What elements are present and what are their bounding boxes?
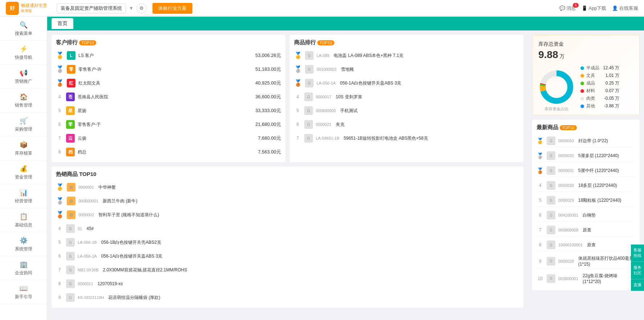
product-code: LA-59651-1B [316, 136, 339, 140]
hot-products-card: 热销商品 TOP10 🥇 🖼 0000001 中华神鳌 🥈 🖼 00050000… [52, 167, 523, 308]
product-image-small: G [547, 166, 555, 175]
product-thumbnail: 🖼 [67, 183, 76, 192]
product-image-small: G [547, 257, 555, 266]
tab-home[interactable]: 首页 [52, 18, 73, 29]
medal-gold-icon: 🥇 [294, 52, 302, 60]
topbar-right: 💬 消息 6 📱 App下载 👤 在线客服 [559, 5, 638, 12]
product-ranking-title: 商品排行 [294, 39, 316, 46]
inventory-title: 库存总资金 [538, 41, 633, 48]
rank-number: 5 [56, 108, 63, 113]
sidebar-item-marketing[interactable]: 📢 营销推广 [0, 65, 47, 89]
customer-avatar: 档 [66, 148, 75, 156]
sidebar-item-system[interactable]: ⚙️ 系统管理 [0, 232, 47, 256]
newest-code: 003800001 [558, 276, 578, 281]
online-service-button[interactable]: 👤 在线客服 [612, 5, 638, 12]
customer-top10-badge: TOP10 [79, 40, 96, 45]
legend-item: 其他 -3.86 万 [580, 103, 619, 109]
product-code: NB2.0X30B [78, 268, 98, 272]
customer-name: 红太阳文具 [78, 80, 252, 86]
newest-products-card: 最新商品 TOP10 🥇 G 0000033 封边带 (1.0*22) 🥈 G … [532, 120, 640, 290]
service-community-button[interactable]: 服务社区 [631, 262, 644, 279]
product-thumbnail: G [66, 293, 75, 302]
sidebar-item-search[interactable]: 🔍 搜索菜单 [0, 17, 47, 41]
newest-name: 18颗粒板 (1220*2440) [578, 197, 635, 204]
sidebar-item-inventory[interactable]: 📦 库存核算 [0, 136, 47, 160]
sidebar-item-purchase[interactable]: 🛒 采购管理 [0, 112, 47, 136]
medal-bronze-icon: 🥉 [537, 167, 544, 174]
newest-code: 10000100001 [558, 243, 583, 247]
rank-number: 6 [56, 254, 63, 259]
product-name: 新西兰牛肉 (新牛) [103, 198, 519, 204]
legend-label: 其他 [586, 103, 601, 109]
hot-product-item: 🥇 🖼 0000001 中华神鳌 [56, 181, 519, 193]
rank-number: 8 [56, 281, 63, 286]
customer-ranking-header: 客户排行 TOP10 [56, 39, 281, 46]
sidebar-item-finance[interactable]: 💰 资金管理 [0, 160, 47, 184]
product-image-small: G [547, 196, 555, 205]
hot-product-item: 8 G 0000011 12070519-xs [56, 278, 519, 290]
notification-button[interactable]: 💬 消息 6 [559, 5, 576, 12]
nav-tabs: 首页 [47, 17, 644, 30]
newest-code: 0000031 [558, 168, 574, 173]
legend-label: 材料 [586, 88, 601, 94]
main-layout: 🔍 搜索菜单 ⚡ 快捷导航 📢 营销推广 🏠 销售管理 🛒 采购管理 📦 库存核… [0, 17, 644, 320]
sidebar-label-system: 系统管理 [15, 246, 32, 252]
sidebar-label-marketing: 营销推广 [15, 78, 32, 85]
settings-button[interactable]: ⚙ [136, 3, 147, 13]
product-name: 手机测试 [340, 108, 519, 114]
product-rank-item: 7 G LA-59651-1B 59651-1B旋转投影灯电池盒 ABS黑色+5… [294, 132, 519, 144]
newest-list: 🥇 G 0000033 封边带 (1.0*22) 🥈 G 0000032 5厘多… [537, 135, 635, 286]
sidebar-item-operation[interactable]: 📊 经营管理 [0, 184, 47, 208]
rank-number: 9 [537, 259, 544, 264]
quicknav-icon: ⚡ [20, 45, 28, 53]
rank-number: 5 [56, 240, 63, 245]
sales-icon: 🏠 [20, 93, 28, 101]
product-name: 电池盖 LA-089 ABS本色+黑种 7.1克 [334, 53, 519, 59]
app-download-button[interactable]: 📱 App下载 [582, 5, 606, 12]
content-area: 首页 客户排行 TOP10 🥇 L LS 客户 53,006.26元 � [47, 17, 644, 320]
newest-name: 白钢垫 [583, 212, 635, 218]
rank-number: 5 [294, 108, 301, 113]
product-thumbnail: 🖼 [67, 210, 76, 219]
product-code: 0000017 [316, 95, 331, 99]
newest-name: 体就蔗枝味苏打饮品400毫升 (1*15) [578, 255, 635, 267]
legend-area: 半成品 12.45 万 文具 1.01 万 成品 0.25 万 材料 0.07 … [580, 65, 619, 109]
customer-service-button[interactable]: 客服热线 [631, 245, 644, 262]
inventory-card: 库存总资金 9.88 万 [532, 35, 640, 115]
product-image-small: G [547, 136, 555, 145]
hot-product-item: 4 G 01 45# [56, 223, 519, 234]
trial-button[interactable]: 体验行业方案 [152, 3, 192, 14]
purchase-icon: 🛒 [20, 117, 28, 125]
product-image: G [304, 106, 313, 115]
product-rank-item: 🥇 G LA-089 电池盖 LA-089 ABS本色+黑种 7.1克 [294, 50, 519, 61]
legend-label: 文具 [586, 73, 601, 79]
product-name: 056-1A白色按键开关盖ABS 3克 [101, 253, 519, 259]
rank-number: 7 [56, 136, 63, 141]
sidebar-item-quicknav[interactable]: ⚡ 快捷导航 [0, 41, 47, 65]
sidebar-item-enterprise[interactable]: 🏢 企业协同 [0, 256, 47, 280]
system-name[interactable]: 装备及固定资产辅助管理系统 [57, 3, 126, 13]
enterprise-icon: 🏢 [20, 260, 28, 268]
chart-label: 库存资金占比 [545, 106, 568, 112]
sidebar-item-basic[interactable]: 📋 基础信息 [0, 208, 47, 232]
customer-name: 云扬 [78, 135, 255, 141]
customer-value: 33,333.00元 [255, 107, 281, 114]
product-code: 000800005 [316, 108, 336, 113]
product-code: LA-056-1A [317, 81, 336, 85]
live-button[interactable]: 直播 [631, 279, 644, 291]
sidebar-item-sales[interactable]: 🏠 销售管理 [0, 89, 47, 112]
newest-name: 封边带 (1.0*22) [578, 138, 635, 144]
customer-avatar: L [67, 51, 76, 60]
product-rank-item: 4 G 0000017 10S 变刹罗浆 [294, 91, 519, 103]
rank-number: 4 [537, 183, 544, 188]
sidebar-item-guide[interactable]: 📖 新手引导 [0, 280, 47, 304]
top-rankings-row: 客户排行 TOP10 🥇 L LS 客户 53,006.26元 🥈 零 零售客户… [52, 35, 523, 162]
medal-silver-icon: 🥈 [56, 65, 64, 73]
chevron-down-icon[interactable]: ▼ [129, 5, 134, 11]
product-thumbnail: G [66, 224, 75, 233]
rank-number: 4 [56, 226, 63, 231]
inventory-icon: 📦 [20, 141, 28, 149]
product-code: 01 [78, 226, 82, 231]
search-icon: 🔍 [20, 21, 28, 29]
rank-number: 6 [294, 122, 301, 127]
